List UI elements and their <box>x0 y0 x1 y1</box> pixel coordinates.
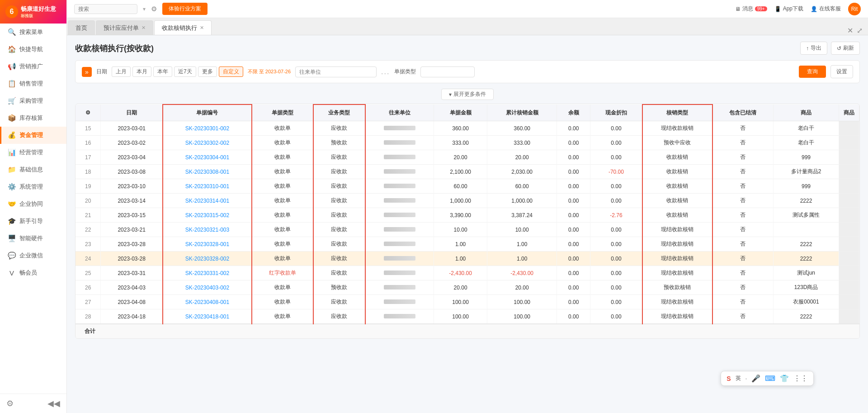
refresh-button[interactable]: ↺ 刷新 <box>831 42 860 55</box>
enterprise-icon: 🤝 <box>8 200 16 208</box>
cash-discount-cell: -2.76 <box>590 208 642 223</box>
sidebar-item-hardware[interactable]: 🖥️ 智能硬件 <box>0 230 66 247</box>
date-filter-buttons: 上月 本月 本年 近7天 更多 自定义 <box>112 66 243 77</box>
doc-type-select[interactable] <box>420 66 475 77</box>
expand-conditions-button[interactable]: ▾ 展开更多条件 <box>441 89 494 100</box>
table-header-row: ⚙ 日期 单据编号 单据类型 业务类型 往来单位 单据金额 累计核销金额 余额 … <box>75 104 859 121</box>
goods-cell: 2222 <box>774 194 839 208</box>
tab-collection-close[interactable]: ✕ <box>200 25 204 31</box>
search-input[interactable] <box>74 4 137 14</box>
more-dates-button[interactable]: 更多 <box>198 66 217 77</box>
settings-icon[interactable]: ⚙ <box>6 399 14 408</box>
row-number: 27 <box>75 295 101 309</box>
keyboard-icon[interactable]: ⌨ <box>765 374 775 383</box>
include-settled-cell: 否 <box>712 266 774 280</box>
col-settings[interactable]: ⚙ <box>75 104 101 121</box>
doc-no-cell[interactable]: SK-20230403-002 <box>163 280 252 295</box>
partner-filter-input[interactable] <box>295 66 377 77</box>
cash-discount-cell: 0.00 <box>590 252 642 266</box>
system-icon: ⚙️ <box>8 183 16 191</box>
partner-cell <box>365 150 434 165</box>
biz-type-cell: 应收款 <box>313 266 366 280</box>
sidebar-item-quicknav[interactable]: 🏠 快捷导航 <box>0 41 66 58</box>
tab-pending-close[interactable]: ✕ <box>142 25 146 31</box>
sidebar-item-inventory[interactable]: 📦 库存核算 <box>0 109 66 127</box>
accum-amount-cell: 60.00 <box>487 179 557 194</box>
sidebar-item-marketing[interactable]: 📢 营销推广 <box>0 58 66 75</box>
biz-type-cell: 应收款 <box>313 150 366 165</box>
goods-cell <box>774 223 839 237</box>
this-year-button[interactable]: 本年 <box>153 66 172 77</box>
online-support-button[interactable]: 👤 在线客服 <box>811 5 841 13</box>
doc-no-cell[interactable]: SK-20230304-001 <box>163 150 252 165</box>
gear-icon[interactable]: ⚙ <box>151 5 157 13</box>
sidebar-item-operations[interactable]: 📊 经营管理 <box>0 144 66 161</box>
date-filter-label: 日期 <box>96 68 107 76</box>
col-balance: 余额 <box>557 104 590 121</box>
app-download-button[interactable]: 📱 App下载 <box>774 5 803 13</box>
sidebar-item-search[interactable]: 🔍 搜索菜单 <box>0 24 66 41</box>
filter-settings-button[interactable]: 设置 <box>830 65 853 78</box>
doc-no-cell[interactable]: SK-20230418-001 <box>163 309 252 324</box>
doc-no-cell[interactable]: SK-20230302-002 <box>163 136 252 150</box>
more-options-icon[interactable]: ... <box>381 68 390 76</box>
guide-icon: 🎓 <box>8 217 16 225</box>
sidebar-item-purchase[interactable]: 🛒 采购管理 <box>0 92 66 109</box>
partner-cell <box>365 295 434 309</box>
doc-no-cell[interactable]: SK-20230315-002 <box>163 208 252 223</box>
search-button[interactable]: 查询 <box>799 66 826 78</box>
collapse-icon[interactable]: ◀◀ <box>47 399 60 408</box>
sidebar-item-wechat[interactable]: 💬 企业微信 <box>0 247 66 264</box>
goods2-cell <box>839 165 859 179</box>
tab-home[interactable]: 首页 <box>68 20 95 35</box>
maximize-icon[interactable]: ⤢ <box>857 26 863 35</box>
last-7days-button[interactable]: 近7天 <box>174 66 196 77</box>
sidebar-item-member[interactable]: V 畅会员 <box>0 264 66 281</box>
sidebar-item-guide[interactable]: 🎓 新手引导 <box>0 213 66 230</box>
industry-solution-button[interactable]: 体验行业方案 <box>162 3 208 15</box>
messages-button[interactable]: 🖥 消息 99+ <box>735 5 767 13</box>
member-icon: V <box>8 269 16 277</box>
sidebar-item-system[interactable]: ⚙️ 系统管理 <box>0 178 66 195</box>
apps-icon[interactable]: ⋮⋮ <box>793 374 808 383</box>
export-button[interactable]: ↑ 导出 <box>800 42 827 55</box>
doc-no-cell[interactable]: SK-20230301-002 <box>163 121 252 136</box>
doc-no-cell[interactable]: SK-20230328-002 <box>163 252 252 266</box>
doc-no-cell[interactable]: SK-20230310-001 <box>163 179 252 194</box>
col-accum-amount: 累计核销金额 <box>487 104 557 121</box>
doc-no-cell[interactable]: SK-20230408-001 <box>163 295 252 309</box>
doc-no-cell[interactable]: SK-20230321-003 <box>163 223 252 237</box>
doc-no-cell[interactable]: SK-20230328-001 <box>163 237 252 252</box>
doc-type-cell: 红字收款单 <box>252 266 313 280</box>
sidebar-item-enterprise[interactable]: 🤝 企业协同 <box>0 195 66 213</box>
write-off-type-cell: 预收款核销 <box>642 280 712 295</box>
support-icon: 👤 <box>811 6 817 12</box>
doc-no-cell[interactable]: SK-20230308-001 <box>163 165 252 179</box>
date-cell: 2023-03-21 <box>101 223 163 237</box>
doc-no-cell[interactable]: SK-20230314-001 <box>163 194 252 208</box>
user-avatar[interactable]: Rit <box>848 3 861 15</box>
sidebar-item-basic[interactable]: 📁 基础信息 <box>0 161 66 178</box>
biz-type-cell: 应收款 <box>313 165 366 179</box>
partner-cell <box>365 136 434 150</box>
goods2-cell <box>839 266 859 280</box>
tab-pending[interactable]: 预计应应付单 ✕ <box>96 20 153 35</box>
close-window-icon[interactable]: ✕ <box>847 26 853 35</box>
mic-icon[interactable]: 🎤 <box>751 374 760 383</box>
tab-collection[interactable]: 收款核销执行 ✕ <box>154 20 212 35</box>
sidebar: 6 畅康道好生意 标推版 🔍 搜索菜单 🏠 快捷导航 📢 营销推广 📋 销售管理… <box>0 0 67 413</box>
row-number: 21 <box>75 208 101 223</box>
custom-date-button[interactable]: 自定义 <box>219 66 243 77</box>
date-range-display: 不限 至 2023-07-26 <box>248 68 291 75</box>
sidebar-item-sales[interactable]: 📋 销售管理 <box>0 75 66 92</box>
last-month-button[interactable]: 上月 <box>112 66 131 77</box>
doc-no-cell[interactable]: SK-20230331-002 <box>163 266 252 280</box>
write-off-type-cell: 现结收款核销 <box>642 237 712 252</box>
sidebar-item-finance[interactable]: 💰 资金管理 <box>0 127 66 144</box>
shirt-icon[interactable]: 👕 <box>780 374 789 383</box>
col-goods2: 商品 <box>839 104 859 121</box>
filter-toggle-button[interactable]: » <box>82 67 92 77</box>
this-month-button[interactable]: 本月 <box>132 66 151 77</box>
date-range-text: 不限 至 2023-07-26 <box>248 68 291 75</box>
sidebar-item-label: 采购管理 <box>19 97 43 105</box>
